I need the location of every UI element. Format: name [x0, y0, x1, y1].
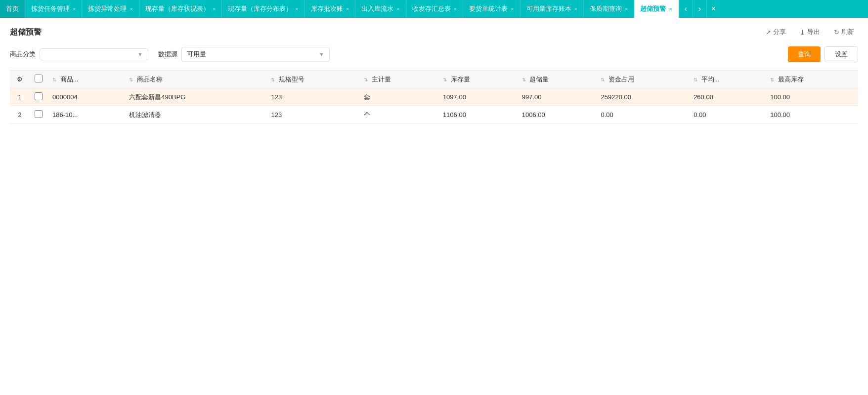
row-product-name: 机油滤清器: [124, 106, 266, 124]
query-button[interactable]: 查询: [788, 46, 821, 62]
row-spec: 123: [266, 106, 359, 124]
row-overstock: 997.00: [517, 88, 596, 106]
sort-icon-spec: ⇅: [271, 77, 275, 82]
col-stock[interactable]: ⇅ 库存量: [438, 71, 517, 88]
row-avg: 260.00: [689, 88, 765, 106]
row-checkbox-cell: [30, 106, 47, 124]
row-capital: 0.00: [596, 106, 689, 124]
sort-icon-name: ⇅: [129, 77, 133, 82]
row-product-code: 0000004: [47, 88, 124, 106]
sort-icon-code: ⇅: [52, 77, 56, 82]
page-title: 超储预警: [10, 27, 42, 38]
row-stock: 1106.00: [438, 106, 517, 124]
sort-icon-avg: ⇅: [694, 77, 697, 82]
col-product-code[interactable]: ⇅ 商品...: [47, 71, 124, 88]
nav-stock-dist[interactable]: 现存量（库存分布表） ×: [222, 0, 304, 18]
category-label: 商品分类: [10, 50, 36, 59]
table-row: 1 0000004 六配套新昌490BPG 123 套 1097.00 997.…: [10, 88, 858, 106]
col-checkbox-header: [30, 71, 47, 88]
nav-home[interactable]: 首页: [0, 0, 25, 18]
close-overstock-tab[interactable]: ×: [669, 6, 672, 12]
datasource-filter-group: 数据源 可用量 ▼: [158, 47, 330, 62]
close-task-tab[interactable]: ×: [73, 6, 76, 12]
row-unit: 个: [359, 106, 438, 124]
select-all-checkbox[interactable]: [35, 75, 43, 82]
nav-available[interactable]: 可用量库存账本 ×: [521, 0, 584, 18]
nav-prev-arrow[interactable]: ‹: [679, 0, 693, 18]
col-spec[interactable]: ⇅ 规格型号: [266, 71, 359, 88]
row-max-stock: 100.00: [765, 106, 858, 124]
row-checkbox-cell: [30, 88, 47, 106]
close-available-tab[interactable]: ×: [574, 6, 577, 12]
close-abnormal-tab[interactable]: ×: [130, 6, 132, 12]
col-avg[interactable]: ⇅ 平均...: [689, 71, 765, 88]
header-actions: ↗ 分享 ⤓ 导出 ↻ 刷新: [762, 26, 858, 39]
nav-batch[interactable]: 库存批次账 ×: [305, 0, 355, 18]
settings-button[interactable]: 设置: [825, 46, 858, 62]
datasource-label: 数据源: [158, 50, 177, 59]
nav-next-arrow[interactable]: ›: [693, 0, 706, 18]
row-checkbox-0[interactable]: [35, 92, 43, 100]
export-button[interactable]: ⤓ 导出: [796, 26, 824, 39]
row-stock: 1097.00: [438, 88, 517, 106]
row-num-cell: 2: [10, 106, 30, 124]
close-batch-tab[interactable]: ×: [346, 6, 349, 12]
category-select[interactable]: ▼: [40, 48, 148, 60]
share-icon: ↗: [766, 29, 771, 36]
data-table: ⚙ ⇅ 商品... ⇅ 商品名称 ⇅ 规格型号: [10, 70, 858, 124]
nav-overstock[interactable]: 超储预警 ×: [634, 0, 678, 18]
nav-order-stat[interactable]: 要货单统计表 ×: [463, 0, 520, 18]
nav-stock-status[interactable]: 现存量（库存状况表） ×: [139, 0, 222, 18]
col-overstock[interactable]: ⇅ 超储量: [517, 71, 596, 88]
gear-icon[interactable]: ⚙: [17, 76, 23, 83]
row-checkbox-1[interactable]: [35, 110, 43, 118]
row-product-code: 186-10...: [47, 106, 124, 124]
col-max-stock[interactable]: ⇅ 最高库存: [765, 71, 858, 88]
sort-icon-overstock: ⇅: [522, 77, 526, 82]
nav-close-arrow[interactable]: ×: [706, 0, 720, 18]
close-quality-tab[interactable]: ×: [625, 6, 628, 12]
filter-row: 商品分类 ▼ 数据源 可用量 ▼ 查询 设置: [10, 46, 858, 62]
datasource-dropdown-icon: ▼: [319, 51, 324, 57]
datasource-select[interactable]: 可用量 ▼: [181, 47, 330, 62]
col-unit[interactable]: ⇅ 主计量: [359, 71, 438, 88]
close-inout-tab[interactable]: ×: [396, 6, 399, 12]
nav-collection[interactable]: 收发存汇总表 ×: [406, 0, 463, 18]
main-content: 超储预警 ↗ 分享 ⤓ 导出 ↻ 刷新 商品分类 ▼ 数据源: [0, 18, 868, 395]
close-order-stat-tab[interactable]: ×: [511, 6, 514, 12]
share-button[interactable]: ↗ 分享: [762, 26, 790, 39]
export-icon: ⤓: [800, 29, 805, 36]
row-overstock: 1006.00: [517, 106, 596, 124]
row-capital: 259220.00: [596, 88, 689, 106]
row-num-cell: 1: [10, 88, 30, 106]
nav-inout[interactable]: 出入库流水 ×: [355, 0, 406, 18]
row-product-name: 六配套新昌490BPG: [124, 88, 266, 106]
filter-buttons: 查询 设置: [788, 46, 858, 62]
page-header: 超储预警 ↗ 分享 ⤓ 导出 ↻ 刷新: [10, 26, 858, 39]
row-unit: 套: [359, 88, 438, 106]
nav-task[interactable]: 拣货任务管理 ×: [25, 0, 82, 18]
sort-icon-capital: ⇅: [601, 77, 605, 82]
top-navigation: 首页 拣货任务管理 × 拣货异常处理 × 现存量（库存状况表） × 现存量（库存…: [0, 0, 868, 18]
close-stock-dist-tab[interactable]: ×: [295, 6, 298, 12]
nav-quality[interactable]: 保质期查询 ×: [584, 0, 634, 18]
col-gear: ⚙: [10, 71, 30, 88]
col-capital[interactable]: ⇅ 资金占用: [596, 71, 689, 88]
table-row: 2 186-10... 机油滤清器 123 个 1106.00 1006.00 …: [10, 106, 858, 124]
col-product-name[interactable]: ⇅ 商品名称: [124, 71, 266, 88]
category-dropdown-icon: ▼: [137, 51, 143, 57]
category-filter-group: 商品分类 ▼: [10, 48, 148, 60]
sort-icon-unit: ⇅: [364, 77, 368, 82]
row-spec: 123: [266, 88, 359, 106]
row-max-stock: 100.00: [765, 88, 858, 106]
refresh-button[interactable]: ↻ 刷新: [830, 26, 858, 39]
row-avg: 0.00: [689, 106, 765, 124]
nav-abnormal[interactable]: 拣货异常处理 ×: [82, 0, 139, 18]
table-header-row: ⚙ ⇅ 商品... ⇅ 商品名称 ⇅ 规格型号: [10, 71, 858, 88]
sort-icon-stock: ⇅: [443, 77, 447, 82]
sort-icon-max-stock: ⇅: [770, 77, 774, 82]
datasource-select-value: 可用量: [187, 50, 206, 59]
close-collection-tab[interactable]: ×: [454, 6, 457, 12]
refresh-icon: ↻: [834, 29, 839, 36]
close-stock-status-tab[interactable]: ×: [213, 6, 216, 12]
